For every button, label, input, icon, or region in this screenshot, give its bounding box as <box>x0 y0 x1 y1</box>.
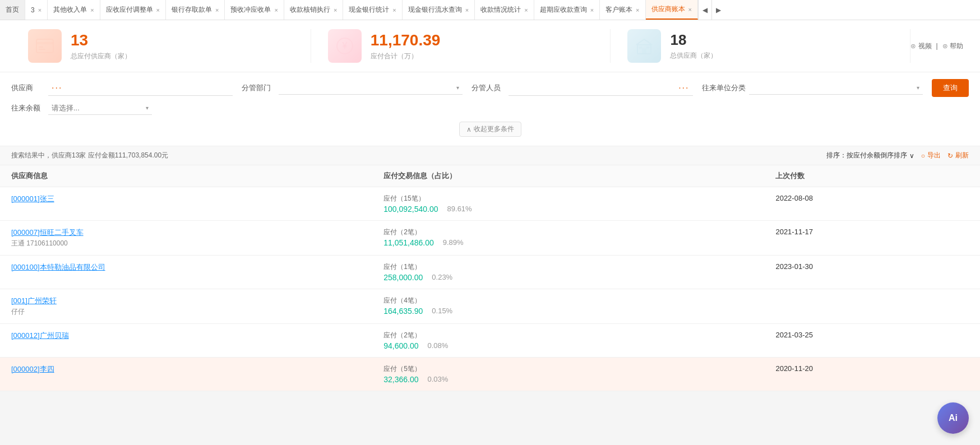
supplier-link[interactable]: [000100]本特勒油品有限公司 <box>11 263 105 271</box>
refresh-button[interactable]: ↻ 刷新 <box>947 151 969 160</box>
data-table: 供应商信息 应付交易信息（占比） 上次付数 [000001]张三应付（15笔）1… <box>0 165 980 391</box>
category-input[interactable] <box>752 84 917 92</box>
filter-wrapper-balance[interactable]: ▾ <box>48 101 152 115</box>
payable-amount[interactable]: 100,092,540.00 <box>383 205 438 214</box>
nav-tab-cash-flow-label: 现金银行流水查询 <box>408 5 462 15</box>
filter-wrapper-person[interactable]: ··· <box>509 81 693 96</box>
filter-wrapper-dept[interactable]: ▾ <box>279 81 463 95</box>
filter-label-category: 往来单位分类 <box>702 83 746 93</box>
nav-tab-ar-ap-adjust-label: 应收应付调整单 <box>106 5 153 15</box>
supplier-link[interactable]: [000002]李四 <box>11 365 54 373</box>
last-payment-value: 2023-01-30 <box>775 262 813 271</box>
filter-row-1: 供应商 分管部门 ▾ 分管人员 ··· 往来单位分类 ▾ <box>11 79 969 97</box>
balance-input[interactable] <box>52 104 146 112</box>
nav-tab-bank-deposit-label: 银行存取款单 <box>172 5 212 15</box>
table-header: 供应商信息 应付交易信息（占比） 上次付数 <box>0 165 980 187</box>
payable-amount[interactable]: 11,051,486.00 <box>383 238 434 247</box>
supplier-cell: [000012]广州贝瑞 <box>0 324 372 358</box>
close-icon[interactable]: × <box>38 7 41 13</box>
nav-tab-3[interactable]: 3 × <box>25 0 48 20</box>
payable-note: 应付（4笔） <box>383 296 753 305</box>
last-payment-cell: 2022-08-08 <box>764 187 980 221</box>
svg-rect-2 <box>39 47 43 48</box>
payable-amount[interactable]: 164,635.90 <box>383 307 423 316</box>
supplier-link[interactable]: [000012]广州贝瑞 <box>11 331 69 340</box>
query-button[interactable]: 查询 <box>932 79 969 97</box>
payable-amount[interactable]: 258,000.00 <box>383 273 423 282</box>
filter-wrapper-category[interactable]: ▾ <box>749 81 923 95</box>
dept-input[interactable] <box>282 84 457 92</box>
stat-card-total-suppliers: 18 总供应商（家） <box>611 29 910 63</box>
supplier-cell: [000007]恒旺二手叉车王通 17106110000 <box>0 221 372 256</box>
person-input[interactable] <box>512 84 678 92</box>
video-link[interactable]: ⊙ 视频 <box>910 41 931 51</box>
close-icon[interactable]: × <box>590 7 594 13</box>
filter-item-dept: 分管部门 ▾ <box>242 81 463 95</box>
nav-tab-supplier-ledger[interactable]: 供应商账本 × <box>646 0 698 20</box>
nav-tab-other-income[interactable]: 其他收入单 × <box>48 0 100 20</box>
svg-rect-7 <box>642 48 646 54</box>
close-icon[interactable]: × <box>274 7 278 13</box>
top-right-links: ⊙ 视频 | ⊙ 帮助 <box>910 41 969 51</box>
nav-tab-payment-exec-label: 收款核销执行 <box>290 5 330 15</box>
nav-tab-home-label: 首页 <box>6 5 19 15</box>
stats-section: 13 总应付供应商（家） ¥ 11,170.39 应付合计（万） <box>0 20 980 72</box>
help-link[interactable]: ⊙ 帮助 <box>942 41 963 51</box>
close-icon[interactable]: × <box>636 7 639 13</box>
nav-tab-overdue[interactable]: 超期应收款查询 × <box>534 0 600 20</box>
payable-amount[interactable]: 94,600.00 <box>383 341 418 350</box>
nav-tab-bank-deposit[interactable]: 银行存取款单 × <box>166 0 225 20</box>
payable-percent: 9.89% <box>443 238 464 247</box>
chevron-down-icon-2: ▾ <box>917 85 919 91</box>
nav-tab-payment-stats[interactable]: 收款情况统计 × <box>475 0 534 20</box>
supplier-link[interactable]: [001]广州荣轩 <box>11 296 57 305</box>
payable-note: 应付（2笔） <box>383 331 753 340</box>
payable-amount[interactable]: 32,366.00 <box>383 375 418 384</box>
table-row: [000001]张三应付（15笔）100,092,540.0089.61%202… <box>0 187 980 221</box>
close-icon[interactable]: × <box>524 7 528 13</box>
nav-tab-payment-exec[interactable]: 收款核销执行 × <box>284 0 343 20</box>
table-wrapper: 供应商信息 应付交易信息（占比） 上次付数 [000001]张三应付（15笔）1… <box>0 165 980 391</box>
nav-prev-arrow[interactable]: ◀ <box>698 0 711 20</box>
nav-tab-prepay[interactable]: 预收冲应收单 × <box>225 0 284 20</box>
close-icon[interactable]: × <box>334 7 337 13</box>
person-ellipsis[interactable]: ··· <box>678 83 689 93</box>
close-icon[interactable]: × <box>90 7 94 13</box>
nav-next-arrow[interactable]: ▶ <box>711 0 725 20</box>
payable-cell: 应付（1笔）258,000.000.23% <box>372 256 764 289</box>
payable-cell: 应付（4笔）164,635.900.15% <box>372 289 764 324</box>
supplier-cell: [000001]张三 <box>0 187 372 221</box>
last-payment-cell: 2021-03-25 <box>764 324 980 358</box>
export-button[interactable]: ○ 导出 <box>921 151 941 160</box>
supplier-text-input[interactable] <box>63 84 229 92</box>
close-icon[interactable]: × <box>215 7 219 13</box>
nav-tab-cash-bank-stats[interactable]: 现金银行统计 × <box>343 0 402 20</box>
close-icon[interactable]: × <box>156 7 160 13</box>
filter-wrapper-supplier[interactable] <box>48 81 233 96</box>
nav-tab-cash-flow[interactable]: 现金银行流水查询 × <box>403 0 475 20</box>
collapse-button[interactable]: ∧ 收起更多条件 <box>459 122 521 137</box>
last-payment-value: 2021-03-25 <box>775 331 813 339</box>
table-row: [000002]李四应付（5笔）32,366.000.03%2020-11-20 <box>0 358 980 391</box>
table-row: [000012]广州贝瑞应付（2笔）94,600.000.08%2021-03-… <box>0 324 980 358</box>
stat-info-payable: 13 总应付供应商（家） <box>71 31 131 62</box>
stat-card-total-payable: ¥ 11,170.39 应付合计（万） <box>311 29 611 63</box>
nav-tab-other-income-label: 其他收入单 <box>53 5 87 15</box>
col-header-payable: 应付交易信息（占比） <box>372 165 764 187</box>
help-icon: ⊙ <box>942 42 948 50</box>
sort-button[interactable]: 排序：按应付余额倒序排序 ∨ <box>826 151 914 160</box>
payable-percent: 89.61% <box>447 205 472 213</box>
nav-tab-cash-bank-stats-label: 现金银行统计 <box>349 5 389 15</box>
nav-tab-home[interactable]: 首页 <box>0 0 25 20</box>
last-payment-value: 2020-11-20 <box>775 364 813 373</box>
nav-tab-customer-ledger[interactable]: 客户账本 × <box>600 0 645 20</box>
close-icon[interactable]: × <box>688 6 692 13</box>
payable-note: 应付（15笔） <box>383 194 753 203</box>
supplier-input[interactable] <box>52 83 63 93</box>
nav-tab-ar-ap-adjust[interactable]: 应收应付调整单 × <box>100 0 166 20</box>
supplier-link[interactable]: [000001]张三 <box>11 194 54 203</box>
supplier-link[interactable]: [000007]恒旺二手叉车 <box>11 228 84 237</box>
last-payment-cell: 2020-11-20 <box>764 358 980 391</box>
close-icon[interactable]: × <box>465 7 469 13</box>
close-icon[interactable]: × <box>392 7 396 13</box>
